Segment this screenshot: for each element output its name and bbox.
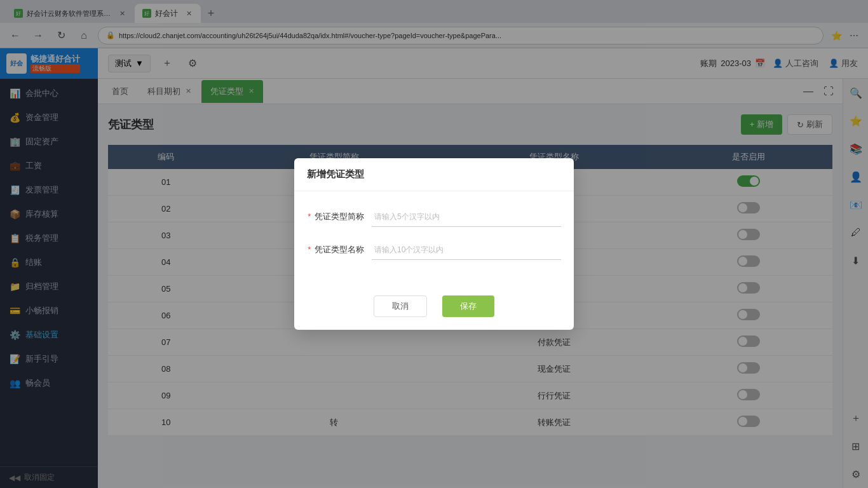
name-required-mark: * xyxy=(308,245,311,254)
modal-title: 新增凭证类型 xyxy=(307,168,364,179)
modal-body: * 凭证类型简称 * 凭证类型名称 xyxy=(294,191,574,288)
modal-dialog: 新增凭证类型 * 凭证类型简称 * 凭证类型名称 取消 保存 xyxy=(294,158,574,330)
name-input[interactable] xyxy=(372,240,561,260)
modal-header: 新增凭证类型 xyxy=(294,158,574,191)
save-button[interactable]: 保存 xyxy=(442,295,494,317)
name-label: * 凭证类型名称 xyxy=(307,244,364,255)
abbr-input[interactable] xyxy=(372,207,561,227)
abbr-label: * 凭证类型简称 xyxy=(307,211,364,222)
cancel-button[interactable]: 取消 xyxy=(374,295,427,317)
form-row-name: * 凭证类型名称 xyxy=(307,240,561,260)
abbr-required-mark: * xyxy=(308,212,311,221)
form-row-abbr: * 凭证类型简称 xyxy=(307,207,561,227)
modal-footer: 取消 保存 xyxy=(294,288,574,330)
modal-overlay: 新增凭证类型 * 凭证类型简称 * 凭证类型名称 取消 保存 xyxy=(0,0,868,488)
